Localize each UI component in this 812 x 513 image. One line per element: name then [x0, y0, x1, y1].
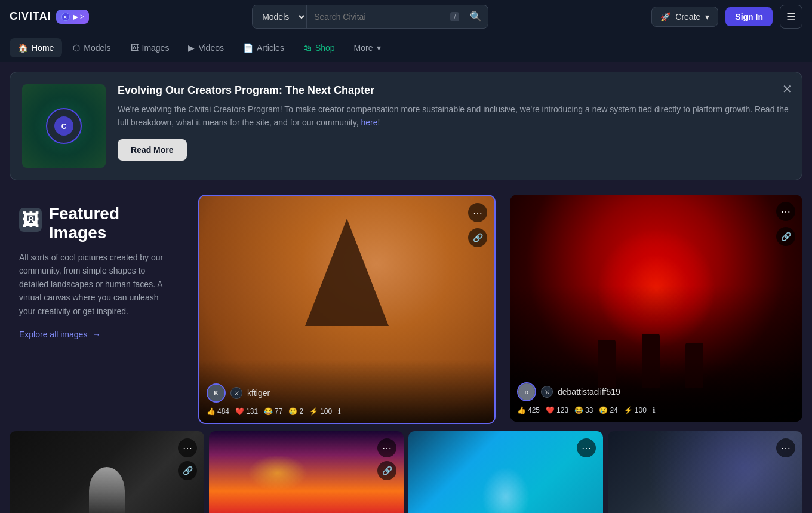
- bottom-cards-row: ⋯ 🔗 ⋯ 🔗 ⋯ ⋯: [10, 431, 802, 513]
- stat-hearts-2: ❤️ 123: [546, 406, 568, 414]
- nav-item-models[interactable]: ⬡ Models: [64, 38, 119, 57]
- featured-card-1[interactable]: ⋯ 🔗 K ⚔ kftiger 👍 484 ❤️ 131 😂 77 😢 2 ⚡ …: [198, 195, 496, 424]
- nav-item-videos[interactable]: ▶ Videos: [180, 38, 232, 57]
- logo-badge: AI ▶ >: [56, 10, 89, 24]
- bottom-card-1-link-button[interactable]: 🔗: [178, 461, 197, 480]
- create-button[interactable]: 🚀 Create ▾: [651, 7, 718, 27]
- create-icon: 🚀: [660, 12, 670, 21]
- section-title-text: Featured Images: [49, 204, 174, 242]
- more-chevron-icon: ▾: [377, 43, 381, 53]
- card-2-link-button[interactable]: 🔗: [776, 227, 795, 246]
- svg-text:D: D: [525, 389, 528, 395]
- menu-button[interactable]: ☰: [780, 5, 802, 29]
- nav-label-shop: Shop: [315, 43, 335, 53]
- search-submit-button[interactable]: 🔍: [464, 5, 488, 28]
- create-label: Create: [675, 12, 700, 21]
- card-1-user[interactable]: K ⚔ kftiger: [207, 383, 487, 403]
- search-input[interactable]: [307, 5, 450, 28]
- bottom-card-3[interactable]: ⋯: [408, 431, 603, 513]
- card-2-user[interactable]: D ⚔ debattistacliff519: [517, 382, 795, 401]
- read-more-button[interactable]: Read More: [118, 139, 187, 161]
- card-1-more-button[interactable]: ⋯: [468, 203, 487, 222]
- stat-laughs-1: 😂 77: [264, 407, 282, 416]
- banner-title: Evolving Our Creators Program: The Next …: [118, 84, 790, 97]
- bottom-card-1-more-button[interactable]: ⋯: [178, 438, 197, 457]
- logo-badge-text: ▶ >: [73, 13, 84, 21]
- nav-item-more[interactable]: More ▾: [346, 38, 389, 57]
- nav-item-articles[interactable]: 📄 Articles: [235, 38, 293, 57]
- card-2-footer: D ⚔ debattistacliff519 👍 425 ❤️ 123 😂 33…: [510, 358, 802, 422]
- bottom-card-2[interactable]: ⋯ 🔗: [209, 431, 404, 513]
- stat-laughs-2: 😂 33: [574, 406, 593, 414]
- card-1-user-badge: ⚔: [230, 387, 242, 399]
- shop-icon: 🛍: [303, 43, 312, 53]
- card-1-avatar: K: [207, 383, 226, 403]
- banner-text-part2: !: [378, 118, 380, 127]
- banner-content: Evolving Our Creators Program: The Next …: [118, 84, 790, 161]
- videos-icon: ▶: [188, 43, 195, 53]
- svg-text:AI: AI: [63, 14, 67, 19]
- nav-item-home[interactable]: 🏠 Home: [10, 38, 62, 57]
- nav-item-images[interactable]: 🖼 Images: [122, 38, 178, 57]
- stat-thumbs-2: 👍 425: [517, 406, 540, 414]
- stat-thumbs-1: 👍 484: [207, 407, 229, 416]
- card-1-stats: 👍 484 ❤️ 131 😂 77 😢 2 ⚡ 100 ℹ: [207, 407, 487, 416]
- logo-icon: AI: [61, 12, 70, 21]
- nav-label-articles: Articles: [257, 43, 284, 53]
- avatar-image-2: D: [518, 382, 535, 401]
- stat-info-1[interactable]: ℹ: [338, 407, 341, 416]
- stat-cries-2: 😢 24: [599, 406, 617, 414]
- svg-text:K: K: [214, 389, 219, 397]
- header-left: CIVITAI AI ▶ >: [10, 10, 89, 24]
- header-right: 🚀 Create ▾ Sign In ☰: [651, 5, 802, 29]
- search-bar: Models / 🔍: [252, 5, 488, 29]
- explore-all-link[interactable]: Explore all images →: [19, 330, 174, 339]
- images-section-icon: 🖼: [22, 210, 39, 230]
- featured-card-2[interactable]: ⋯ 🔗 D ⚔ debattistacliff519 👍 425 ❤️ 123 …: [510, 195, 802, 422]
- banner-logo: C: [46, 108, 82, 144]
- bottom-card-2-more-button[interactable]: ⋯: [377, 438, 396, 457]
- stat-hearts-1: ❤️ 131: [235, 407, 258, 416]
- home-icon: 🏠: [18, 43, 28, 53]
- nav-label-more: More: [354, 43, 373, 53]
- search-kbd: /: [450, 12, 459, 21]
- card-2-user-badge: ⚔: [541, 386, 553, 398]
- nav-label-models: Models: [84, 43, 110, 53]
- card-2-avatar: D: [517, 382, 536, 401]
- logo[interactable]: CIVITAI AI ▶ >: [10, 10, 89, 24]
- header: CIVITAI AI ▶ > Models / 🔍 🚀 Create ▾ Sig…: [0, 0, 812, 33]
- banner-image: C: [22, 84, 106, 168]
- bottom-card-1[interactable]: ⋯ 🔗: [10, 431, 204, 513]
- bottom-card-3-more-button[interactable]: ⋯: [577, 438, 596, 457]
- bottom-card-4-more-button[interactable]: ⋯: [776, 438, 795, 457]
- banner-link[interactable]: here: [361, 118, 377, 127]
- svg-text:C: C: [61, 122, 67, 131]
- stat-info-2[interactable]: ℹ: [653, 406, 656, 414]
- section-desc: All sorts of cool pictures created by ou…: [19, 251, 174, 318]
- sign-in-button[interactable]: Sign In: [725, 7, 773, 26]
- explore-label: Explore all images: [19, 330, 87, 339]
- articles-icon: 📄: [243, 43, 253, 53]
- section-icon: 🖼: [19, 208, 42, 232]
- featured-info: 🖼 Featured Images All sorts of cool pict…: [10, 195, 189, 349]
- card-1-link-button[interactable]: 🔗: [468, 228, 487, 247]
- nav-item-shop[interactable]: 🛍 Shop: [295, 38, 343, 57]
- banner: C Evolving Our Creators Program: The Nex…: [10, 72, 802, 180]
- images-icon: 🖼: [130, 43, 139, 53]
- bottom-card-4[interactable]: ⋯: [608, 431, 802, 513]
- create-chevron-icon: ▾: [705, 12, 709, 21]
- main-content: C Evolving Our Creators Program: The Nex…: [0, 62, 812, 513]
- card-1-username: kftiger: [247, 388, 270, 398]
- bottom-card-2-link-button[interactable]: 🔗: [377, 461, 396, 480]
- nav-label-home: Home: [32, 43, 54, 53]
- avatar-image-1: K: [208, 383, 224, 403]
- nav-label-images: Images: [142, 43, 170, 53]
- banner-close-button[interactable]: ✕: [782, 82, 792, 96]
- card-2-more-button[interactable]: ⋯: [776, 202, 795, 221]
- section-title: 🖼 Featured Images: [19, 204, 174, 242]
- search-model-select[interactable]: Models: [253, 5, 307, 28]
- banner-text-part1: We're evolving the Civitai Creators Prog…: [118, 105, 789, 127]
- card-2-stats: 👍 425 ❤️ 123 😂 33 😢 24 ⚡ 100 ℹ: [517, 406, 795, 414]
- banner-image-inner: C: [22, 84, 106, 168]
- stat-cries-1: 😢 2: [288, 407, 303, 416]
